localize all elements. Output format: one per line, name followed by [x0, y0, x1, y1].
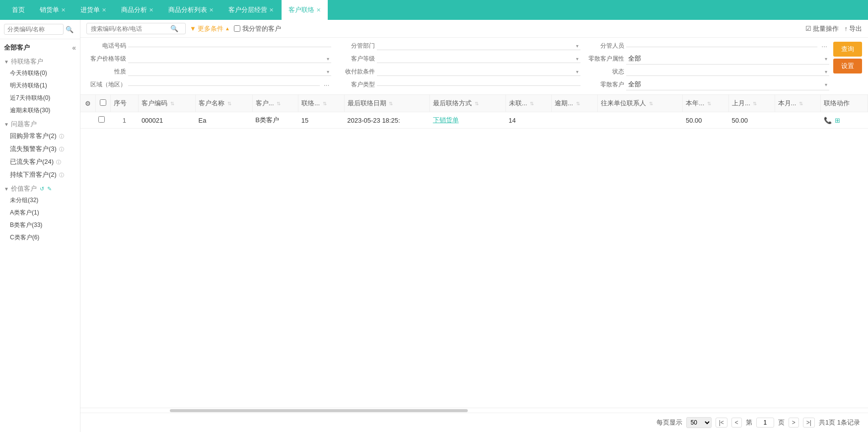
status-select[interactable]: ▾ — [626, 68, 829, 76]
sidebar-item-a-class[interactable]: A类客户(1) — [0, 207, 80, 219]
sidebar-search-icon[interactable]: 🔍 — [66, 26, 73, 33]
nav-close-icon[interactable]: ✕ — [269, 7, 274, 13]
th-code[interactable]: 客户编码 ⇅ — [139, 95, 196, 112]
first-page-btn[interactable]: |< — [716, 418, 727, 428]
cell-seq: 1 — [110, 112, 139, 129]
nav-close-icon[interactable]: ✕ — [149, 7, 153, 13]
phone-action-icon[interactable]: 📞 — [824, 117, 832, 124]
page-input[interactable] — [756, 418, 774, 428]
nav-close-icon[interactable]: ✕ — [316, 7, 321, 13]
person-select[interactable] — [626, 45, 818, 47]
filter-more-btn[interactable]: ▼ 更多条件 ▲ — [190, 24, 230, 33]
cell-check[interactable] — [95, 112, 110, 129]
th-last-method[interactable]: 最后联络方式 ⇅ — [430, 95, 506, 112]
row-checkbox[interactable] — [98, 116, 105, 123]
status-label: 状态 — [584, 68, 624, 76]
filter-price-level-col: 客户价格等级 ▾ — [86, 55, 331, 63]
nav-home[interactable]: 首页 — [5, 0, 32, 20]
nav-product-analysis[interactable]: 商品分析 ✕ — [114, 0, 160, 20]
sidebar-item-7days[interactable]: 近7天待联络(0) — [0, 92, 80, 104]
my-customer-checkbox-label[interactable]: 我分管的客户 — [234, 24, 281, 33]
search-input[interactable] — [91, 25, 170, 32]
payment-select[interactable]: ▾ — [377, 68, 580, 76]
per-page-select[interactable]: 50 100 200 — [686, 417, 712, 428]
retail-attr-select[interactable]: 全部 ▾ — [626, 53, 829, 65]
nav-product-analysis-list[interactable]: 商品分析列表 ✕ — [161, 0, 220, 20]
sidebar-all-customers[interactable]: 全部客户 « — [0, 39, 80, 54]
sidebar-item-tomorrow[interactable]: 明天待联络(1) — [0, 79, 80, 92]
search-icon[interactable]: 🔍 — [170, 25, 178, 32]
value-refresh-icon[interactable]: ↺ — [40, 186, 44, 192]
sidebar-item-today[interactable]: 今天待联络(0) — [0, 67, 80, 79]
next-page-btn[interactable]: > — [789, 418, 799, 428]
th-check[interactable] — [95, 95, 110, 112]
last-page-btn[interactable]: >| — [803, 418, 815, 428]
sidebar-value-group: ▼ 价值客户 ↺ ✎ — [0, 181, 80, 194]
th-unit-contact[interactable]: 往来单位联系人 ⇅ — [597, 95, 683, 112]
batch-op-btn[interactable]: ☑ 批量操作 — [805, 24, 839, 33]
nav-purchase-order[interactable]: 进货单 ✕ — [73, 0, 113, 20]
sidebar-item-lost[interactable]: 已流失客户(24) ⓘ — [0, 155, 80, 168]
price-level-select[interactable]: ▾ — [128, 55, 331, 63]
th-gear[interactable]: ⚙ — [80, 95, 95, 112]
payment-label: 收付款条件 — [335, 68, 375, 76]
horizontal-scrollbar[interactable] — [80, 408, 868, 413]
cell-name: Ea — [196, 112, 253, 129]
th-this-month[interactable]: 本月... ⇅ — [775, 95, 821, 112]
nav-customer-layered[interactable]: 客户分层经营 ✕ — [221, 0, 281, 20]
person-more-icon[interactable]: ··· — [819, 42, 829, 50]
sidebar-item-c-class[interactable]: C类客户(6) — [0, 231, 80, 244]
total-label: 共1页 1条记录 — [819, 418, 860, 427]
cell-code: 000021 — [139, 112, 196, 129]
filter-customer-type-col: 客户类型 — [335, 80, 580, 89]
sidebar-pending-group: ▼ 待联络客户 — [0, 54, 80, 67]
nav-close-icon[interactable]: ✕ — [209, 7, 214, 13]
query-btn[interactable]: 查询 — [833, 42, 862, 57]
sidebar-item-ungrouped[interactable]: 未分组(32) — [0, 194, 80, 207]
retail-attr-value: 全部 — [628, 54, 641, 63]
nature-select[interactable]: ▾ — [128, 68, 331, 76]
th-overdue[interactable]: 逾期... ⇅ — [552, 95, 598, 112]
region-more-icon[interactable]: ··· — [322, 81, 332, 89]
sidebar-item-overdue[interactable]: 逾期未联络(30) — [0, 104, 80, 117]
cell-last-method[interactable]: 下销货单 — [430, 112, 506, 129]
dept-arrow-icon: ▾ — [576, 43, 579, 49]
payment-arrow-icon: ▾ — [576, 69, 579, 74]
nav-close-icon[interactable]: ✕ — [102, 7, 106, 13]
sort-icon-unit-contact: ⇅ — [649, 101, 653, 106]
grid-action-icon[interactable]: ⊞ — [835, 117, 840, 124]
retail-customer-select[interactable]: 全部 ▾ — [626, 79, 829, 90]
value-edit-icon[interactable]: ✎ — [47, 186, 52, 192]
dept-select[interactable]: ▾ — [377, 42, 580, 50]
th-contact[interactable]: 联络... ⇅ — [298, 95, 345, 112]
customer-level-select[interactable]: ▾ — [377, 55, 580, 63]
th-type[interactable]: 客户... ⇅ — [252, 95, 298, 112]
th-last-date[interactable]: 最后联络日期 ⇅ — [344, 95, 430, 112]
nav-close-icon[interactable]: ✕ — [61, 7, 66, 13]
settings-btn[interactable]: 设置 — [833, 59, 862, 73]
th-this-year[interactable]: 本年... ⇅ — [683, 95, 729, 112]
nav-customer-contact[interactable]: 客户联络 ✕ — [282, 0, 328, 20]
my-customer-checkbox[interactable] — [234, 25, 240, 32]
person-label: 分管人员 — [584, 42, 624, 50]
phone-input[interactable] — [128, 45, 331, 47]
prev-page-btn[interactable]: < — [731, 418, 742, 428]
page-label: 第 — [746, 418, 752, 427]
th-last-month[interactable]: 上月... ⇅ — [729, 95, 775, 112]
sidebar-item-declining[interactable]: 持续下滑客户(2) ⓘ — [0, 168, 80, 181]
th-name[interactable]: 客户名称 ⇅ — [196, 95, 253, 112]
export-btn[interactable]: ↑ 导出 — [845, 24, 863, 33]
customer-type-select[interactable] — [377, 83, 580, 86]
select-all-checkbox[interactable] — [100, 99, 106, 106]
scrollbar-thumb[interactable] — [170, 409, 468, 412]
sidebar-search-input[interactable] — [4, 24, 64, 35]
sidebar-item-b-class[interactable]: B类客户(33) — [0, 219, 80, 231]
sidebar-item-abnormal[interactable]: 回购异常客户(2) ⓘ — [0, 130, 80, 143]
th-no-contact[interactable]: 未联... ⇅ — [506, 95, 552, 112]
nav-sales-order[interactable]: 销货单 ✕ — [33, 0, 72, 20]
retail-customer-label: 零散客户 — [584, 80, 624, 89]
sidebar-item-warning[interactable]: 流失预警客户(3) ⓘ — [0, 143, 80, 155]
cell-this-month — [775, 112, 821, 129]
last-method-link[interactable]: 下销货单 — [433, 116, 459, 124]
region-select[interactable] — [128, 83, 320, 86]
